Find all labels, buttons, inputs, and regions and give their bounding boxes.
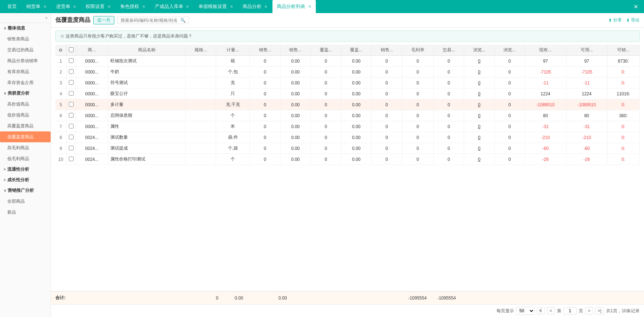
nav-product-analysis-list-close[interactable]: ✕ <box>308 4 311 9</box>
row-browse1[interactable]: 0 <box>464 132 495 143</box>
nav-purchase-order[interactable]: 进货单 ✕ <box>52 0 81 13</box>
time-filter-button[interactable]: 近一月 <box>93 16 114 24</box>
row-checkbox[interactable] <box>69 135 74 139</box>
row-checkbox[interactable] <box>69 113 74 118</box>
col-trade[interactable]: 交易... <box>433 45 464 56</box>
col-unit[interactable]: 计量... <box>216 45 250 56</box>
row-browse1[interactable]: 0 <box>464 143 495 154</box>
row-checkbox[interactable] <box>69 146 74 150</box>
col-sales-qty[interactable]: 销售... <box>250 45 280 56</box>
row-name[interactable]: 启用保质期 <box>108 110 185 121</box>
row-name[interactable]: 牛奶 <box>108 67 185 78</box>
col-code[interactable]: 商... <box>76 45 108 56</box>
row-name[interactable]: 符号测试 <box>108 78 185 88</box>
sidebar-item-category-rate[interactable]: 商品分类动销率 <box>0 55 51 66</box>
per-page-select[interactable]: 50 20 100 200 <box>516 307 535 315</box>
nav-template-settings[interactable]: 单据模板设置 ✕ <box>194 0 237 13</box>
row-checkbox[interactable] <box>69 91 74 96</box>
row-checkbox[interactable] <box>69 58 74 63</box>
row-name[interactable]: 测试提成 <box>108 143 185 154</box>
sidebar-collapse-button[interactable]: « <box>0 13 51 23</box>
col-checkbox[interactable] <box>66 45 76 56</box>
row-name[interactable]: 眼宝公仔 <box>108 88 185 99</box>
sidebar-section-growth[interactable]: > 成长性分析 <box>0 175 51 185</box>
first-page-button[interactable]: K <box>537 307 545 314</box>
nav-role-auth-close[interactable]: ✕ <box>142 4 145 9</box>
col-settings[interactable]: ⚙ <box>55 45 66 56</box>
sidebar-section-overall[interactable]: ∨ 整体信息 <box>0 23 51 33</box>
sidebar-item-all-products[interactable]: 全部商品 <box>0 196 51 207</box>
sidebar-item-inventory-capital[interactable]: 库存资金占用 <box>0 77 51 88</box>
sidebar-item-sales-products[interactable]: 销售类商品 <box>0 33 51 44</box>
nav-product-analysis-close[interactable]: ✕ <box>264 4 267 9</box>
row-browse1[interactable]: 0 <box>464 88 495 99</box>
col-sales-amt[interactable]: 销售... <box>280 45 311 56</box>
nav-role-auth[interactable]: 角色授权 ✕ <box>116 0 150 13</box>
sidebar-item-low-value[interactable]: 低价值商品 <box>0 110 51 120</box>
sidebar-item-high-value[interactable]: 高价值商品 <box>0 99 51 110</box>
row-browse1[interactable]: 0 <box>464 110 495 121</box>
row-browse1[interactable]: 0 <box>464 154 495 165</box>
row-browse1[interactable]: 0 <box>464 121 495 132</box>
search-icon[interactable]: 🔍 <box>180 18 186 23</box>
sidebar-section-liquidity[interactable]: > 流通性分析 <box>0 164 51 175</box>
col-saleable[interactable]: 可销... <box>607 45 639 56</box>
nav-product-inbound-close[interactable]: ✕ <box>186 4 189 9</box>
nav-sales-order[interactable]: 销货单 ✕ <box>22 0 51 13</box>
nav-product-analysis[interactable]: 商品分析 ✕ <box>238 0 272 13</box>
row-browse1[interactable]: 0 <box>464 99 495 110</box>
col-available[interactable]: 可用... <box>566 45 607 56</box>
col-sales3[interactable]: 销售... <box>372 45 402 56</box>
sidebar-item-low-coverage[interactable]: 低覆盖度商品 <box>0 131 51 142</box>
row-name[interactable]: 属性 <box>108 121 185 132</box>
row-checkbox[interactable] <box>69 69 74 74</box>
last-page-button[interactable]: >| <box>595 307 604 314</box>
nav-product-inbound[interactable]: 产成品入库单 ✕ <box>150 0 194 13</box>
settings-icon[interactable]: ⚙ <box>59 48 63 53</box>
page-number-input[interactable] <box>564 307 577 314</box>
row-name[interactable]: 测试数量 <box>108 132 185 143</box>
sidebar-item-new-products[interactable]: 新品 <box>0 207 51 218</box>
row-name[interactable]: 旺铺批次测试 <box>108 56 185 67</box>
sidebar-item-stocked-products[interactable]: 有库存商品 <box>0 66 51 77</box>
nav-permission-settings[interactable]: 权限设置 ✕ <box>81 0 115 13</box>
row-name[interactable]: 多计量 <box>108 99 185 110</box>
row-checkbox[interactable] <box>69 124 74 128</box>
sidebar-item-traded-products[interactable]: 交易过的商品 <box>0 44 51 55</box>
row-current: -210 <box>525 132 566 143</box>
export-button[interactable]: ⬇ 导出 <box>626 17 640 23</box>
sidebar-item-high-margin[interactable]: 高毛利商品 <box>0 142 51 153</box>
window-close-button[interactable]: ✕ <box>631 3 641 10</box>
nav-purchase-order-close[interactable]: ✕ <box>73 4 76 9</box>
col-spec[interactable]: 规格... <box>185 45 216 56</box>
prev-page-button[interactable]: < <box>547 307 555 314</box>
col-gross-margin[interactable]: 毛利率 <box>402 45 433 56</box>
sidebar-item-low-margin[interactable]: 低毛利商品 <box>0 153 51 164</box>
nav-home[interactable]: 首页 <box>3 0 21 13</box>
row-browse1[interactable]: 0 <box>464 67 495 78</box>
row-checkbox[interactable] <box>69 80 74 85</box>
sidebar-section-marketing[interactable]: ∨ 营销推广分析 <box>0 185 51 196</box>
row-browse1[interactable]: 0 <box>464 78 495 88</box>
sidebar-section-cluster[interactable]: ∨ 类群度分析 <box>0 88 51 99</box>
sidebar-item-high-coverage[interactable]: 高覆盖度商品 <box>0 120 51 131</box>
row-checkbox[interactable] <box>69 102 74 107</box>
next-page-button[interactable]: > <box>585 307 593 314</box>
col-browse2[interactable]: 浏览... <box>494 45 525 56</box>
row-checkbox[interactable] <box>69 156 74 161</box>
select-all-checkbox[interactable] <box>69 47 74 52</box>
search-input[interactable] <box>121 18 179 23</box>
col-browse1[interactable]: 浏览... <box>464 45 495 56</box>
nav-sales-order-close[interactable]: ✕ <box>43 4 47 9</box>
nav-product-analysis-list[interactable]: 商品分析列表 ✕ <box>272 0 316 13</box>
row-sales3: 0 <box>372 132 402 143</box>
col-cov1[interactable]: 覆盖... <box>311 45 341 56</box>
nav-permission-close[interactable]: ✕ <box>107 4 111 9</box>
share-button[interactable]: ⬆ 分享 <box>608 17 622 23</box>
col-current[interactable]: 现有... <box>525 45 566 56</box>
row-name[interactable]: 属性价格打印测试 <box>108 154 185 165</box>
col-cov2[interactable]: 覆盖... <box>341 45 372 56</box>
row-browse1[interactable]: 0 <box>464 56 495 67</box>
col-name[interactable]: 商品名称 <box>108 45 185 56</box>
nav-template-close[interactable]: ✕ <box>230 4 233 9</box>
